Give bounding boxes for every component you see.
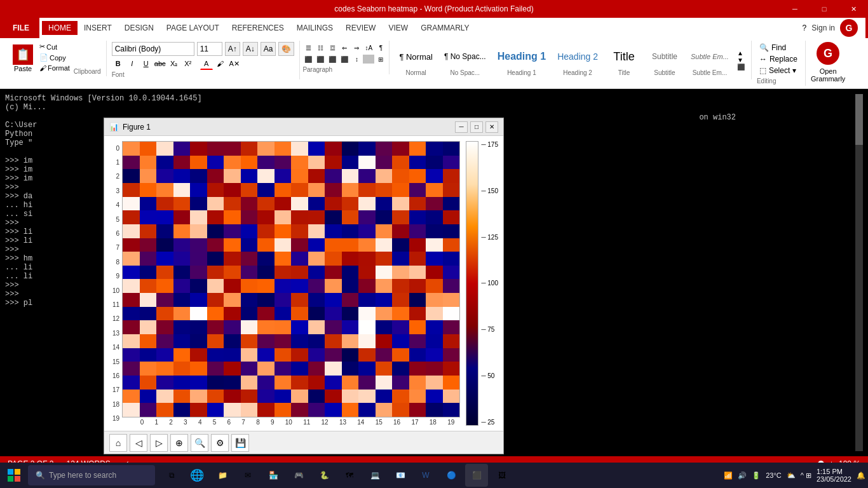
menu-page-layout[interactable]: PAGE LAYOUT (160, 21, 226, 35)
y-axis-label: 17 (109, 386, 119, 393)
replace-button[interactable]: ↔ Replace (757, 53, 800, 65)
outlook-button[interactable]: 📧 (389, 464, 412, 487)
superscript-button[interactable]: X² (182, 57, 194, 70)
menu-design[interactable]: DESIGN (118, 21, 160, 35)
format-button[interactable]: 🖌 Format (38, 64, 71, 72)
menu-view[interactable]: VIEW (382, 21, 414, 35)
file-tab[interactable]: FILE (3, 18, 39, 38)
strikethrough-button[interactable]: abc (154, 57, 166, 70)
word-button[interactable]: W (414, 464, 437, 487)
store-button[interactable]: 🏪 (262, 464, 285, 487)
font-grow-button[interactable]: A↑ (225, 42, 240, 56)
clear-format-button[interactable]: A✕ (228, 57, 241, 70)
decrease-indent-button[interactable]: ⇐ (339, 42, 350, 53)
figure-maximize-button[interactable]: □ (470, 121, 483, 133)
show-marks-button[interactable]: ¶ (375, 42, 386, 53)
menu-home[interactable]: HOME (42, 21, 78, 35)
bullets-button[interactable]: ☰ (302, 42, 314, 53)
map-button[interactable]: 🗺 (338, 464, 361, 487)
pc-button[interactable]: 💻 (363, 464, 386, 487)
bold-button[interactable]: B (112, 57, 125, 70)
close-button[interactable]: ✕ (839, 0, 868, 18)
figure-close-button[interactable]: ✕ (485, 121, 498, 133)
align-left-button[interactable]: ⬛ (302, 53, 314, 65)
cut-button[interactable]: ✂ Cut (38, 42, 71, 51)
find-button[interactable]: 🔍 Find (757, 42, 800, 53)
sort-button[interactable]: ↕A (363, 42, 374, 53)
paste-button[interactable]: 📋 Paste (10, 42, 36, 75)
open-grammarly-button[interactable]: Open Grammarly (811, 67, 845, 83)
underline-button[interactable]: U (140, 57, 153, 70)
heatmap-cell (190, 390, 207, 403)
borders-button[interactable]: ⊞ (375, 53, 386, 65)
minimize-button[interactable]: ─ (780, 0, 810, 18)
style-normal[interactable]: ¶ Normal Normal (395, 42, 437, 78)
signin-button[interactable]: Sign in (811, 24, 835, 32)
heatmap-cell (342, 307, 359, 321)
styles-scroll[interactable]: ▲ ▼ ⬛ (736, 42, 746, 78)
highlight-color-button[interactable]: 🖌 (214, 57, 227, 70)
align-right-button[interactable]: ⬛ (327, 53, 338, 65)
text-color-button[interactable]: A (200, 57, 213, 70)
task-view-button[interactable]: ⧉ (160, 464, 183, 487)
save-tool-button[interactable]: 💾 (231, 434, 249, 452)
style-nospace[interactable]: ¶ No Spac... No Spac... (440, 42, 491, 78)
forward-tool-button[interactable]: ▷ (150, 434, 168, 452)
clock[interactable]: 1:15 PM 23/05/2022 (817, 468, 851, 483)
home-tool-button[interactable]: ⌂ (109, 434, 127, 452)
select-button[interactable]: ⬚ Select ▾ (757, 65, 800, 76)
line-spacing-button[interactable]: ↕ (351, 53, 362, 65)
multilevel-button[interactable]: ☲ (327, 42, 338, 53)
font-highlight-button[interactable]: 🎨 (278, 42, 294, 56)
italic-button[interactable]: I (126, 57, 139, 70)
pan-tool-button[interactable]: ⊕ (170, 434, 188, 452)
edge-button[interactable]: 🌐 (186, 464, 208, 487)
heatmap-cell (308, 142, 325, 156)
align-center-button[interactable]: ⬛ (315, 53, 326, 65)
increase-indent-button[interactable]: ⇒ (351, 42, 362, 53)
heatmap-cell (224, 348, 241, 362)
heatmap-cell (308, 156, 325, 170)
font-case-button[interactable]: Aa (261, 42, 276, 56)
mail-button[interactable]: ✉ (236, 464, 259, 487)
y-axis-label: 16 (109, 372, 119, 379)
chrome-button[interactable]: 🔵 (440, 464, 463, 487)
font-shrink-button[interactable]: A↓ (243, 42, 258, 56)
style-title[interactable]: Title Title (605, 42, 643, 78)
style-heading1[interactable]: Heading 1 Heading 1 (493, 42, 550, 78)
heatmap-cell (207, 307, 224, 321)
gaming-button[interactable]: 🎮 (287, 464, 310, 487)
menu-review[interactable]: REVIEW (339, 21, 382, 35)
taskbar-search-box[interactable]: 🔍 Type here to search (28, 465, 155, 485)
copy-button[interactable]: 📄 Copy (38, 53, 71, 62)
subscript-button[interactable]: X₂ (168, 57, 180, 70)
cmd-button[interactable]: ⬛ (465, 464, 488, 487)
figure-minimize-button[interactable]: ─ (455, 121, 468, 133)
menu-insert[interactable]: INSERT (78, 21, 118, 35)
start-button[interactable] (3, 464, 25, 487)
style-heading2[interactable]: Heading 2 Heading 2 (553, 42, 602, 78)
font-size-input[interactable] (197, 42, 222, 56)
menu-mailings[interactable]: MAILINGS (290, 21, 339, 35)
settings-tool-button[interactable]: ⚙ (211, 434, 229, 452)
photo-button[interactable]: 🖼 (491, 464, 513, 487)
heatmap-cell (207, 362, 224, 376)
style-subtitle[interactable]: Subtitle Subtitle (646, 42, 684, 78)
back-tool-button[interactable]: ◁ (130, 434, 147, 452)
numbering-button[interactable]: ☷ (315, 42, 326, 53)
menu-grammarly[interactable]: GRAMMARLY (414, 21, 475, 35)
shading-button[interactable] (363, 55, 374, 64)
file-explorer-button[interactable]: 📁 (211, 464, 234, 487)
notification-button[interactable]: 🔔 (857, 471, 865, 480)
menu-references[interactable]: REFERENCES (226, 21, 290, 35)
font-name-input[interactable] (112, 42, 194, 56)
heatmap-cell (376, 142, 393, 156)
heatmap-cell (140, 376, 157, 390)
style-subtle-em[interactable]: Subtle Em... Subtle Em... (686, 42, 733, 78)
maximize-button[interactable]: □ (810, 0, 839, 18)
justify-button[interactable]: ⬛ (339, 53, 350, 65)
cmd-scrollbar[interactable] (855, 94, 863, 451)
python-button[interactable]: 🐍 (313, 464, 336, 487)
windows-icon (8, 469, 20, 482)
zoom-tool-button[interactable]: 🔍 (191, 434, 208, 452)
